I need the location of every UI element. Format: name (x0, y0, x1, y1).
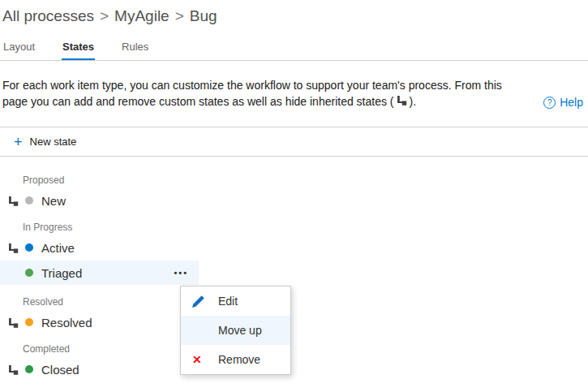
menu-item-remove[interactable]: ✕ Remove (181, 345, 290, 374)
inherited-icon (8, 364, 19, 375)
description-row: For each work item type, you can customi… (0, 61, 588, 110)
state-name: New (41, 194, 66, 208)
menu-item-edit[interactable]: Edit (181, 286, 290, 316)
state-name: Resolved (41, 316, 92, 330)
state-category-proposed: Proposed (23, 174, 588, 186)
new-state-label: New state (30, 136, 77, 148)
tab-rules[interactable]: Rules (121, 37, 149, 60)
state-row-triaged[interactable]: Triaged ••• (0, 261, 199, 285)
pencil-icon (192, 295, 208, 308)
menu-item-label: Move up (218, 324, 262, 337)
state-color-dot (25, 318, 33, 326)
plus-icon: + (14, 135, 23, 149)
inherited-icon (8, 317, 19, 328)
tab-states[interactable]: States (62, 37, 95, 60)
state-name: Triaged (41, 266, 82, 280)
description-line2-end: ). (410, 95, 417, 108)
help-link[interactable]: ? Help (543, 96, 583, 109)
state-category-in-progress: In Progress (23, 222, 588, 233)
states-list: Proposed New In Progress Active Triaged … (0, 157, 588, 379)
state-category-completed: Completed (23, 343, 588, 355)
tab-layout[interactable]: Layout (2, 37, 36, 60)
inherited-icon (8, 243, 19, 253)
menu-item-label: Remove (218, 353, 260, 366)
state-color-dot (25, 365, 33, 373)
breadcrumb-bug[interactable]: Bug (190, 7, 217, 24)
breadcrumb-all-processes[interactable]: All processes (2, 7, 94, 24)
state-row-active[interactable]: Active (0, 238, 199, 257)
state-name: Closed (41, 363, 79, 377)
row-context-menu-button[interactable]: ••• (174, 268, 199, 278)
breadcrumb-separator: > (94, 7, 114, 24)
state-color-dot (25, 243, 33, 252)
state-row-resolved[interactable]: Resolved (0, 312, 199, 332)
new-state-button[interactable]: + New state (0, 127, 588, 156)
menu-item-move-up[interactable]: Move up (181, 316, 290, 345)
context-menu: Edit Move up ✕ Remove (180, 286, 291, 375)
breadcrumb-myagile[interactable]: MyAgile (114, 7, 170, 24)
inherited-state-icon (397, 94, 407, 105)
state-row-new[interactable]: New (0, 191, 199, 210)
breadcrumb-separator: > (170, 7, 190, 24)
state-category-resolved: Resolved (23, 296, 588, 308)
description-line1: For each work item type, you can customi… (2, 79, 502, 92)
state-color-dot (25, 196, 33, 205)
breadcrumb: All processes>MyAgile>Bug (0, 0, 588, 25)
menu-item-label: Edit (218, 295, 238, 308)
description-line2: page you can add and remove custom state… (2, 95, 394, 108)
tab-bar: Layout States Rules (2, 37, 588, 60)
state-name: Active (41, 241, 75, 255)
state-row-closed[interactable]: Closed (0, 360, 199, 379)
state-color-dot (25, 269, 33, 277)
remove-x-icon: ✕ (192, 353, 208, 366)
inherited-icon (8, 196, 19, 206)
help-label: Help (560, 96, 583, 109)
page-description: For each work item type, you can customi… (2, 77, 530, 110)
help-circle-icon: ? (543, 97, 556, 109)
